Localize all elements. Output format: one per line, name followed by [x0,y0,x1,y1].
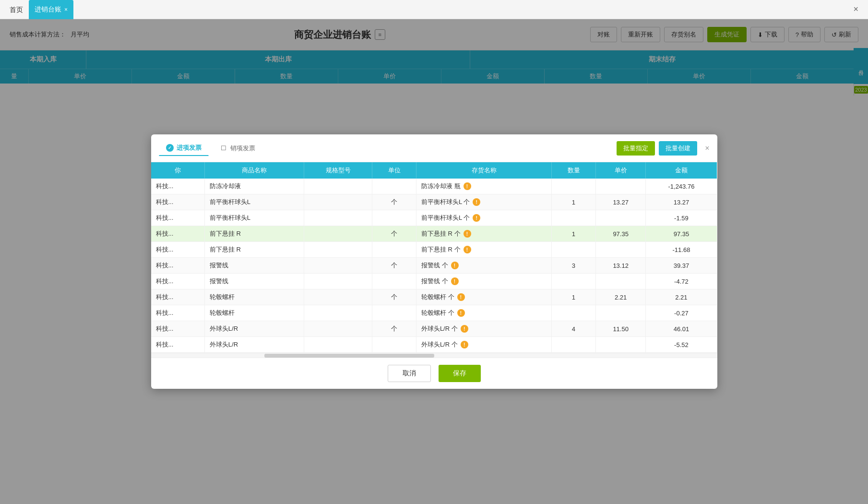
table-cell [372,242,416,258]
table-cell [304,321,372,337]
cancel-button[interactable]: 取消 [388,365,431,382]
sales-tab-icon: ☐ [220,144,227,152]
table-cell: 轮毂螺杆 [204,305,304,321]
modal-close-button[interactable]: × [705,144,709,153]
table-cell: 报警线 [204,274,304,289]
modal-header: ✓ 进项发票 ☐ 销项发票 批量指定 批量创建 × [151,134,717,162]
sales-tab-label: 销项发票 [230,144,255,153]
table-cell [372,210,416,226]
table-cell [304,258,372,274]
table-cell [595,274,645,289]
th-inventory-name: 存货名称 [416,162,551,179]
table-cell: 97.35 [595,226,645,242]
modal-dialog: ✓ 进项发票 ☐ 销项发票 批量指定 批量创建 × 你 [151,134,717,389]
purchase-sales-tab[interactable]: 进销台账 × [29,0,73,19]
table-cell: 11.50 [595,321,645,337]
modal-action-buttons: 批量指定 批量创建 [617,141,697,156]
table-cell [304,337,372,353]
sales-invoice-tab[interactable]: ☐ 销项发票 [213,141,262,156]
table-cell: 防冻冷却液 瓶! [416,179,552,194]
table-cell: 前下悬挂 R 个! [416,226,552,241]
tab-close-icon[interactable]: × [64,6,68,13]
table-cell: 1 [552,194,596,210]
save-button[interactable]: 保存 [439,365,481,382]
window-close-button[interactable]: × [847,4,864,14]
table-cell: 前平衡杆球头L 个! [416,194,552,210]
table-cell: 个 [372,321,416,337]
table-row: 科技...报警线个报警线 个!313.1239.37 [151,258,717,274]
table-cell: 外球头L/R [204,321,304,337]
table-row: 科技...前下悬挂 R个前下悬挂 R 个!197.3597.35 [151,226,717,242]
table-cell: 科技... [151,210,205,226]
table-cell: 13.27 [646,194,717,210]
table-cell: 科技... [151,321,205,337]
table-cell: 前下悬挂 R [204,242,304,258]
table-cell: 科技... [151,226,205,242]
batch-assign-button[interactable]: 批量指定 [617,141,655,156]
table-cell: 科技... [151,179,205,194]
th-unit: 单位 [372,162,416,179]
th-product-name: 商品名称 [204,162,304,179]
table-cell: 个 [372,289,416,305]
table-cell: 1 [552,289,596,305]
invoice-table: 你 商品名称 规格型号 单位 存货名称 数量 单价 金额 科技...防冻冷却液防… [151,162,717,353]
purchase-invoice-tab[interactable]: ✓ 进项发票 [159,140,209,156]
th-spec: 规格型号 [304,162,372,179]
purchase-tab-icon: ✓ [166,144,174,152]
table-cell [304,242,372,258]
th-quantity: 数量 [552,162,596,179]
table-cell: 科技... [151,274,205,289]
purchase-tab-label: 进项发票 [177,144,202,152]
warning-icon: ! [464,182,471,190]
table-cell: 个 [372,258,416,274]
table-cell: 科技... [151,242,205,258]
table-cell [552,305,596,321]
table-cell [304,305,372,321]
table-cell: 2.21 [595,289,645,305]
warning-icon: ! [451,277,459,285]
table-cell: -11.68 [646,242,717,258]
warning-icon: ! [464,246,471,253]
table-cell: 轮毂螺杆 个! [416,305,552,321]
table-cell: 前平衡杆球头L [204,194,304,210]
table-cell: -4.72 [646,274,717,289]
table-cell: 科技... [151,305,205,321]
table-cell: 个 [372,226,416,242]
table-cell: 报警线 个! [416,258,552,273]
table-cell [372,337,416,353]
table-cell [595,210,645,226]
table-cell: 4 [552,321,596,337]
table-row: 科技...外球头L/R个外球头L/R 个!411.5046.01 [151,321,717,337]
warning-icon: ! [461,325,468,333]
table-cell [304,274,372,289]
table-cell: 防冻冷却液 [204,179,304,194]
warning-icon: ! [457,309,465,317]
table-cell [304,194,372,210]
th-amount: 金额 [646,162,717,179]
home-tab[interactable]: 首页 [4,0,29,19]
table-cell [304,179,372,194]
batch-create-button[interactable]: 批量创建 [659,141,697,156]
table-cell: 外球头L/R 个! [416,337,552,352]
table-cell: 前下悬挂 R [204,226,304,242]
table-row: 科技...轮毂螺杆轮毂螺杆 个!-0.27 [151,305,717,321]
table-row: 科技...外球头L/R外球头L/R 个!-5.52 [151,337,717,353]
top-bar: 首页 进销台账 × × [0,0,868,19]
table-cell: 13.12 [595,258,645,274]
table-cell [552,337,596,353]
table-cell [595,242,645,258]
table-cell [372,274,416,289]
main-content: 销售成本计算方法： 月平均 商贸企业进销台账 ≡ 对账 重新开账 存货别名 生成… [0,19,868,504]
tab-label: 进销台账 [35,5,61,14]
table-cell [552,210,596,226]
table-cell: -0.27 [646,305,717,321]
table-cell: 39.37 [646,258,717,274]
table-cell: 2.21 [646,289,717,305]
table-cell: 科技... [151,194,205,210]
horizontal-scrollbar[interactable] [151,353,717,358]
table-cell: 报警线 [204,258,304,274]
table-cell: 前平衡杆球头L 个! [416,210,552,226]
table-row: 科技...报警线报警线 个!-4.72 [151,274,717,289]
table-header-row: 你 商品名称 规格型号 单位 存货名称 数量 单价 金额 [151,162,717,179]
table-cell: 科技... [151,258,205,274]
